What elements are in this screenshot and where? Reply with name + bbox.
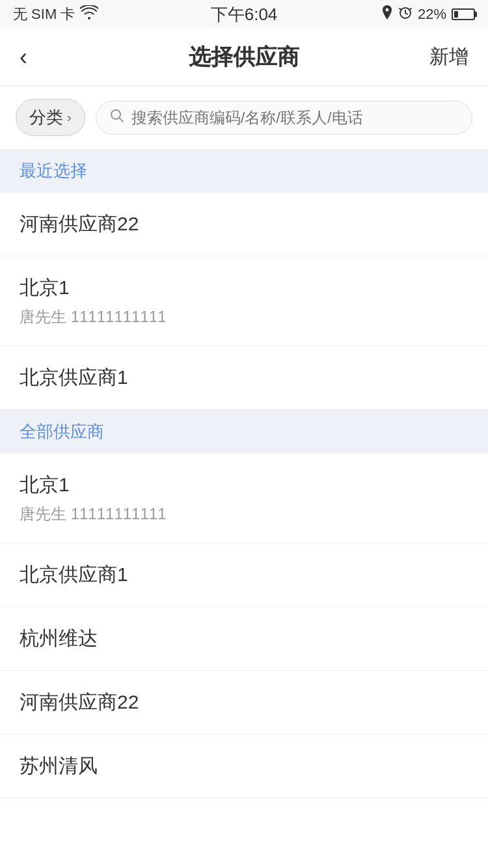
alarm-icon [398, 5, 413, 23]
item-name: 苏州清风 [20, 753, 468, 780]
list-item[interactable]: 北京1唐先生 11111111111 [0, 256, 488, 346]
wifi-icon [80, 5, 98, 23]
item-name: 北京供应商1 [20, 364, 468, 391]
battery-icon [452, 8, 475, 20]
search-input[interactable] [131, 109, 459, 127]
back-button[interactable]: ‹ [20, 44, 59, 71]
list-item[interactable]: 北京供应商1 [0, 346, 488, 410]
recent-section-label: 最近选择 [20, 161, 87, 180]
battery-percent: 22% [418, 6, 446, 23]
category-label: 分类 [29, 106, 63, 129]
item-name: 河南供应商22 [20, 211, 468, 237]
add-button[interactable]: 新增 [429, 44, 468, 70]
page-title: 选择供应商 [189, 42, 299, 72]
location-icon [381, 5, 393, 23]
nav-bar: ‹ 选择供应商 新增 [0, 29, 488, 86]
list-item[interactable]: 河南供应商22 [0, 671, 488, 735]
status-right: 22% [381, 5, 475, 23]
filter-bar: 分类 › [0, 86, 488, 149]
list-item[interactable]: 苏州清风 [0, 735, 488, 798]
sim-label: 无 SIM 卡 [13, 5, 75, 24]
category-button[interactable]: 分类 › [16, 99, 85, 136]
item-name: 杭州维达 [20, 625, 468, 652]
all-list: 北京1唐先生 11111111111北京供应商1杭州维达河南供应商22苏州清风 [0, 454, 488, 798]
item-name: 北京1 [20, 275, 468, 301]
item-sub: 唐先生 11111111111 [20, 504, 468, 524]
list-item[interactable]: 河南供应商22 [0, 193, 488, 256]
item-name: 北京1 [20, 472, 468, 498]
status-time: 下午6:04 [211, 3, 278, 26]
search-icon [109, 108, 125, 128]
item-name: 河南供应商22 [20, 689, 468, 716]
list-item[interactable]: 北京1唐先生 11111111111 [0, 454, 488, 543]
category-arrow-icon: › [67, 110, 72, 125]
search-box[interactable] [96, 101, 472, 135]
list-item[interactable]: 杭州维达 [0, 607, 488, 671]
list-item[interactable]: 北京供应商1 [0, 543, 488, 607]
recent-section-header: 最近选择 [0, 149, 488, 193]
all-section-label: 全部供应商 [20, 422, 104, 441]
status-left: 无 SIM 卡 [13, 5, 98, 24]
item-sub: 唐先生 11111111111 [20, 306, 468, 327]
status-bar: 无 SIM 卡 下午6:04 22% [0, 0, 488, 29]
item-name: 北京供应商1 [20, 562, 468, 588]
all-section-header: 全部供应商 [0, 410, 488, 454]
recent-list: 河南供应商22北京1唐先生 11111111111北京供应商1 [0, 193, 488, 410]
